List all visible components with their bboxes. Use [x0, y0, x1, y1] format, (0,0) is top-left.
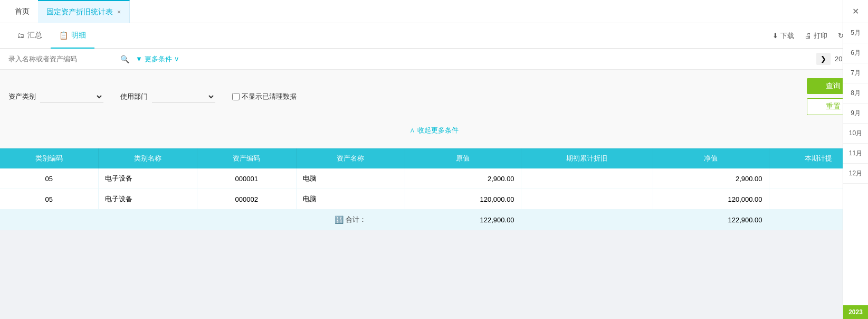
toolbar-tabs: 🗂 汇总 📋 明细: [8, 23, 94, 49]
summary-net-value: 122,900.00: [653, 210, 769, 230]
hide-cleared-filter: 不显示已清理数据: [232, 92, 297, 101]
month-item[interactable]: 12月: [843, 164, 868, 184]
filter-icon: ▼: [136, 55, 142, 63]
cell-initial-depreciation: [521, 168, 653, 189]
sidebar-close-button[interactable]: ✕: [843, 0, 868, 23]
download-button[interactable]: ⬇ 下载: [772, 31, 794, 41]
search-icon[interactable]: 🔍: [120, 55, 129, 63]
more-filter-button[interactable]: ▼ 更多条件 ∨: [136, 54, 179, 64]
col-category-code: 类别编码: [0, 148, 98, 168]
table-summary-row: 🔢合计： 122,900.00 122,900.00: [0, 210, 868, 230]
cell-asset-code: 000002: [197, 189, 296, 210]
month-item[interactable]: 9月: [843, 104, 868, 124]
month-item[interactable]: 10月: [843, 124, 868, 144]
hide-cleared-checkbox[interactable]: [232, 93, 240, 100]
use-department-label: 使用部门: [120, 92, 148, 101]
summary-initial-depreciation: [521, 210, 653, 230]
advanced-filter: 资产类别 使用部门 不显示已清理数据 查询 重置 ∧ 收起更多条件: [0, 70, 868, 148]
layers-icon: 🗂: [17, 31, 24, 40]
cell-category-name: 电子设备: [98, 168, 197, 189]
summary-original-value: 122,900.00: [405, 210, 521, 230]
top-nav: 首页 固定资产折旧统计表 × ✕: [0, 0, 868, 23]
detail-icon: 📋: [59, 31, 68, 40]
data-table: 类别编码 类别名称 资产编码 资产名称 原值 期初累计折旧 净值 本期计提 05…: [0, 148, 868, 230]
chevron-down-icon: ∨: [174, 55, 179, 63]
asset-category-select[interactable]: [40, 91, 103, 102]
toolbar: 🗂 汇总 📋 明细 ⬇ 下载 🖨 打印 ↻ 刷新: [0, 23, 868, 49]
col-initial-depreciation: 期初累计折旧: [521, 148, 653, 168]
cell-asset-name: 电脑: [296, 168, 405, 189]
table-row: 05 电子设备 000001 电脑 2,900.00 2,900.00: [0, 168, 868, 189]
sum-icon: 🔢: [335, 215, 344, 224]
cell-initial-depreciation: [521, 189, 653, 210]
month-item[interactable]: 6月: [843, 43, 868, 63]
use-department-filter: 使用部门: [120, 91, 215, 102]
asset-category-label: 资产类别: [8, 92, 36, 101]
col-category-name: 类别名称: [98, 148, 197, 168]
tab-label: 固定资产折旧统计表: [46, 7, 113, 17]
print-button[interactable]: 🖨 打印: [805, 31, 827, 41]
date-prev-button[interactable]: ❯: [816, 53, 831, 65]
year-badge: 2023: [843, 305, 868, 319]
table-header-row: 类别编码 类别名称 资产编码 资产名称 原值 期初累计折旧 净值 本期计提: [0, 148, 868, 168]
filter-row-1: 资产类别 使用部门 不显示已清理数据 查询 重置: [8, 78, 860, 115]
download-icon: ⬇: [772, 32, 778, 40]
more-filter-label: 更多条件: [145, 54, 172, 64]
table-wrapper: 类别编码 类别名称 资产编码 资产名称 原值 期初累计折旧 净值 本期计提 05…: [0, 148, 868, 230]
month-item[interactable]: 11月: [843, 144, 868, 164]
tab-detail[interactable]: 📋 明细: [51, 23, 94, 49]
month-item[interactable]: 8月: [843, 83, 868, 104]
use-department-select[interactable]: [152, 91, 215, 102]
cell-category-code: 05: [0, 189, 98, 210]
search-input[interactable]: [8, 55, 114, 63]
right-sidebar: ✕ 5月6月7月8月9月10月11月12月 2023: [843, 0, 868, 319]
filter-bar: 🔍 ▼ 更多条件 ∨ ❯ 2023.01: [0, 49, 868, 70]
col-asset-name: 资产名称: [296, 148, 405, 168]
cell-category-code: 05: [0, 168, 98, 189]
cell-asset-name: 电脑: [296, 189, 405, 210]
cell-net-value: 120,000.00: [653, 189, 769, 210]
nav-tab-fixed-assets[interactable]: 固定资产折旧统计表 ×: [38, 0, 130, 23]
collapse-label: 收起更多条件: [417, 126, 459, 134]
summary-spacer: [0, 210, 296, 230]
month-item[interactable]: 5月: [843, 23, 868, 43]
col-asset-code: 资产编码: [197, 148, 296, 168]
table-body: 05 电子设备 000001 电脑 2,900.00 2,900.00 05 电…: [0, 168, 868, 230]
cell-original-value: 120,000.00: [405, 189, 521, 210]
month-item[interactable]: 7月: [843, 63, 868, 83]
asset-category-filter: 资产类别: [8, 91, 103, 102]
tab-summary[interactable]: 🗂 汇总: [8, 23, 51, 49]
cell-asset-code: 000001: [197, 168, 296, 189]
chevron-up-icon: ∧: [409, 126, 417, 134]
cell-net-value: 2,900.00: [653, 168, 769, 189]
print-label: 打印: [814, 31, 827, 41]
collapse-button[interactable]: ∧ 收起更多条件: [8, 121, 860, 139]
nav-home[interactable]: 首页: [6, 0, 38, 23]
month-list: 5月6月7月8月9月10月11月12月: [843, 23, 868, 305]
download-label: 下载: [780, 31, 794, 41]
tab-summary-label: 汇总: [27, 31, 42, 40]
col-net-value: 净值: [653, 148, 769, 168]
cell-category-name: 电子设备: [98, 189, 197, 210]
print-icon: 🖨: [805, 32, 812, 40]
cell-original-value: 2,900.00: [405, 168, 521, 189]
col-original-value: 原值: [405, 148, 521, 168]
summary-label: 🔢合计：: [296, 210, 405, 230]
table-row: 05 电子设备 000002 电脑 120,000.00 120,000.00: [0, 189, 868, 210]
close-tab-icon[interactable]: ×: [117, 8, 121, 16]
tab-detail-label: 明细: [71, 31, 86, 40]
hide-cleared-label: 不显示已清理数据: [242, 92, 297, 101]
